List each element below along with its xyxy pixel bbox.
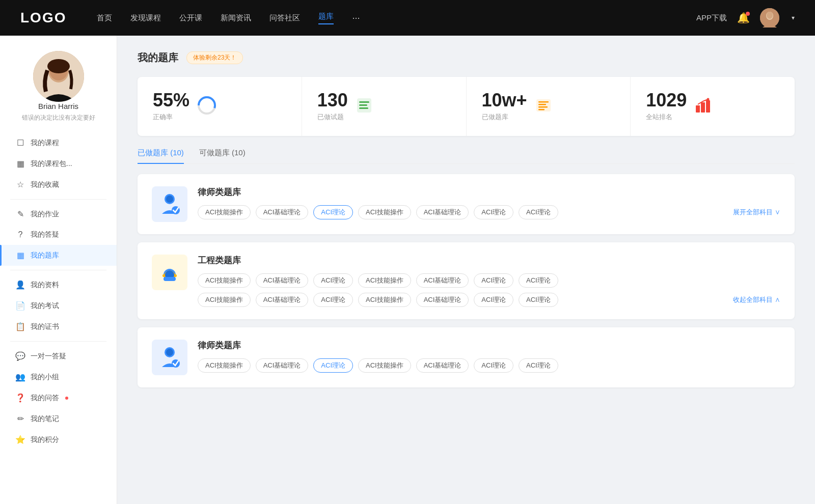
category-body-law1: 律师类题库 ACI技能操作 ACI基础理论 ACI理论 ACI技能操作 ACI基…: [198, 186, 780, 219]
tag-eng1-4[interactable]: ACI技能操作: [358, 273, 411, 288]
homework-icon: ✎: [15, 209, 25, 219]
avatar[interactable]: [760, 8, 779, 27]
lawyer2-icon: [158, 346, 181, 369]
tabs-row: 已做题库 (10) 可做题库 (10): [138, 148, 795, 164]
sidebar-item-my-courses[interactable]: ☐ 我的课程: [0, 132, 117, 153]
tag-eng1-14[interactable]: ACI理论: [519, 293, 558, 307]
sidebar-item-exam[interactable]: 📄 我的考试: [0, 295, 117, 316]
sidebar-item-label: 我的课程: [31, 138, 59, 148]
stat-accuracy: 55% 正确率: [138, 77, 302, 136]
tag-law1-2[interactable]: ACI基础理论: [256, 205, 309, 219]
nav-discover[interactable]: 发现课程: [130, 13, 161, 23]
tags-row-law2: ACI技能操作 ACI基础理论 ACI理论 ACI技能操作 ACI基础理论 AC…: [198, 358, 780, 373]
stat-done-banks-value: 10w+: [482, 91, 527, 109]
svg-point-21: [707, 98, 710, 101]
stats-row: 55% 正确率 130 已做试题: [138, 77, 795, 136]
sidebar-divider-1: [10, 199, 106, 200]
avatar-chevron-icon[interactable]: ▾: [792, 14, 795, 21]
expand-law1[interactable]: 展开全部科目 ∨: [733, 208, 780, 217]
tag-eng1-11[interactable]: ACI技能操作: [358, 293, 411, 307]
tag-law1-5[interactable]: ACI基础理论: [416, 205, 469, 219]
sidebar-item-1on1[interactable]: 💬 一对一答疑: [0, 346, 117, 367]
tag-eng1-6[interactable]: ACI理论: [474, 273, 513, 288]
sidebar-item-group[interactable]: 👥 我的小组: [0, 367, 117, 387]
tag-eng1-5[interactable]: ACI基础理论: [416, 273, 469, 288]
star-icon: ☆: [15, 180, 25, 189]
collapse-eng1[interactable]: 收起全部科目 ∧: [733, 295, 780, 304]
tag-eng1-13[interactable]: ACI理论: [474, 293, 513, 307]
user-motto: 错误的决定比没有决定要好: [22, 114, 95, 122]
sidebar-divider-3: [10, 341, 106, 342]
tab-done-banks[interactable]: 已做题库 (10): [138, 148, 184, 164]
qa-dot: [65, 397, 68, 400]
tag-eng1-2[interactable]: ACI基础理论: [256, 273, 309, 288]
tag-law2-2[interactable]: ACI基础理论: [256, 358, 309, 373]
nav-questionbank[interactable]: 题库: [318, 12, 334, 24]
sidebar-item-label: 我的考试: [31, 301, 59, 311]
sidebar-item-course-package[interactable]: ▦ 我的课程包...: [0, 153, 117, 174]
sidebar-item-label: 一对一答疑: [31, 352, 66, 361]
notification-dot: [746, 12, 750, 16]
sidebar-item-profile[interactable]: 👤 我的资料: [0, 274, 117, 295]
page-header: 我的题库 体验剩余23天！: [138, 51, 795, 65]
tag-law2-3[interactable]: ACI理论: [313, 358, 353, 373]
svg-rect-28: [164, 277, 176, 281]
tag-eng1-7[interactable]: ACI理论: [519, 273, 558, 288]
sidebar-item-certificate[interactable]: 📋 我的证书: [0, 316, 117, 337]
notification-bell[interactable]: 🔔: [737, 12, 750, 24]
eng1-icon-box: [152, 255, 187, 290]
sidebar-item-favorites[interactable]: ☆ 我的收藏: [0, 174, 117, 195]
tag-law1-6[interactable]: ACI理论: [474, 205, 513, 219]
sidebar-item-label: 我的积分: [31, 435, 59, 444]
tag-law2-5[interactable]: ACI基础理论: [416, 358, 469, 373]
nav-news[interactable]: 新闻资讯: [221, 13, 251, 23]
tag-eng1-8[interactable]: ACI技能操作: [198, 293, 251, 307]
tag-law1-7[interactable]: ACI理论: [519, 205, 558, 219]
qa-icon: ?: [15, 230, 25, 239]
tab-available-banks[interactable]: 可做题库 (10): [199, 148, 246, 164]
sidebar-item-qa[interactable]: ? 我的答疑: [0, 225, 117, 245]
sidebar-item-label: 我的问答: [31, 394, 59, 403]
sidebar-item-homework[interactable]: ✎ 我的作业: [0, 204, 117, 225]
nav-qa[interactable]: 问答社区: [269, 13, 300, 23]
nav-home[interactable]: 首页: [97, 13, 112, 23]
tags-row-eng1-row1: ACI技能操作 ACI基础理论 ACI理论 ACI技能操作 ACI基础理论 AC…: [198, 273, 780, 288]
tag-eng1-3[interactable]: ACI理论: [313, 273, 353, 288]
tag-law1-3[interactable]: ACI理论: [313, 205, 353, 219]
lawyer-icon: [158, 192, 181, 216]
tag-eng1-10[interactable]: ACI理论: [313, 293, 353, 307]
app-download-button[interactable]: APP下载: [696, 13, 727, 23]
navbar: LOGO 首页 发现课程 公开课 新闻资讯 问答社区 题库 ··· APP下载 …: [0, 0, 815, 36]
sidebar-item-my-qa[interactable]: ❓ 我的问答: [0, 387, 117, 408]
tag-law1-4[interactable]: ACI技能操作: [358, 205, 411, 219]
tag-law2-7[interactable]: ACI理论: [519, 358, 558, 373]
stat-ranking-label: 全站排名: [646, 113, 687, 122]
svg-point-30: [166, 349, 173, 356]
sidebar-item-points[interactable]: ⭐ 我的积分: [0, 429, 117, 450]
sidebar-item-questionbank[interactable]: ▦ 我的题库: [0, 245, 117, 266]
sidebar-item-notes[interactable]: ✏ 我的笔记: [0, 408, 117, 429]
sidebar-item-label: 我的作业: [31, 210, 59, 219]
tag-law2-6[interactable]: ACI理论: [474, 358, 513, 373]
svg-rect-10: [359, 101, 369, 103]
my-qa-icon: ❓: [15, 393, 25, 403]
law2-icon-box: [152, 340, 187, 375]
nav-more[interactable]: ···: [352, 13, 360, 23]
category-card-eng1: 工程类题库 ACI技能操作 ACI基础理论 ACI理论 ACI技能操作 ACI基…: [138, 242, 795, 319]
tag-law2-4[interactable]: ACI技能操作: [358, 358, 411, 373]
page-title: 我的题库: [138, 51, 178, 65]
points-icon: ⭐: [15, 435, 25, 444]
category-title-law2: 律师类题库: [198, 340, 780, 351]
profile-icon: 👤: [15, 280, 25, 290]
tag-eng1-1[interactable]: ACI技能操作: [198, 273, 251, 288]
tag-eng1-12[interactable]: ACI基础理论: [416, 293, 469, 307]
nav-opencourse[interactable]: 公开课: [179, 13, 202, 23]
tag-eng1-9[interactable]: ACI基础理论: [256, 293, 309, 307]
law1-icon-box: [152, 186, 187, 222]
chat-icon: 💬: [15, 351, 25, 361]
user-avatar-svg: [33, 51, 84, 102]
stat-accuracy-value: 55%: [153, 91, 189, 109]
tag-law1-1[interactable]: ACI技能操作: [198, 205, 251, 219]
tag-law2-1[interactable]: ACI技能操作: [198, 358, 251, 373]
user-avatar: [33, 51, 84, 102]
